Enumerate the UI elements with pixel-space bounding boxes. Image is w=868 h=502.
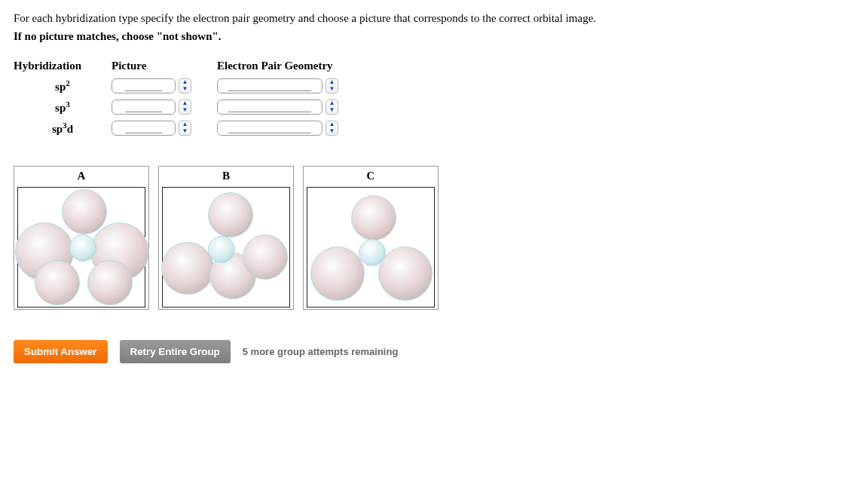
orbital-cell-b: B [158,166,294,310]
picture-select[interactable] [112,121,176,136]
table-row: sp3d ▲▼ ▲▼ [14,121,854,136]
picture-select[interactable] [112,78,176,93]
attempts-remaining: 5 more group attempts remaining [243,346,399,357]
header-hybridization: Hybridization [14,60,112,72]
stepper-icon[interactable]: ▲▼ [326,78,338,93]
orbital-image-a [17,187,145,308]
orbital-label: C [305,168,436,187]
orbital-cell-c: C [303,166,439,310]
submit-button[interactable]: Submit Answer [14,340,108,363]
stepper-icon[interactable]: ▲▼ [179,78,191,93]
stepper-icon[interactable]: ▲▼ [326,99,338,115]
header-geometry: Electron Pair Geometry [217,60,333,72]
question-line1: For each hybridization type specify the … [14,11,854,26]
orbital-images: A B C [14,166,854,310]
geometry-select[interactable] [217,78,322,93]
retry-button[interactable]: Retry Entire Group [120,340,231,363]
hybridization-table: Hybridization Picture Electron Pair Geom… [14,60,854,136]
table-row: sp3 ▲▼ ▲▼ [14,99,854,115]
hybridization-label: sp3 [14,99,112,115]
hybridization-label: sp2 [14,78,112,93]
orbital-label: B [160,168,292,187]
orbital-cell-a: A [14,166,149,310]
stepper-icon[interactable]: ▲▼ [326,121,338,136]
stepper-icon[interactable]: ▲▼ [179,99,191,115]
orbital-image-b [162,187,290,308]
table-row: sp2 ▲▼ ▲▼ [14,78,854,93]
question-line2: If no picture matches, choose "not shown… [14,29,854,44]
picture-select[interactable] [112,99,176,115]
stepper-icon[interactable]: ▲▼ [179,121,191,136]
orbital-image-c [307,187,435,308]
geometry-select[interactable] [217,99,322,115]
header-picture: Picture [112,60,217,72]
geometry-select[interactable] [217,121,322,136]
hybridization-label: sp3d [14,121,112,136]
orbital-label: A [16,168,147,187]
